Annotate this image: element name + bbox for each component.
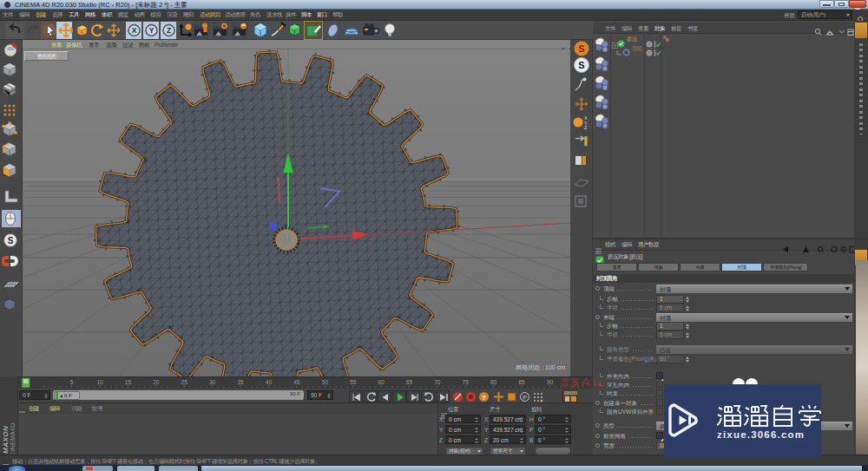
svg-text:75: 75 xyxy=(463,379,470,385)
svg-text:25: 25 xyxy=(181,379,188,385)
svg-text:80: 80 xyxy=(490,379,497,385)
svg-text:S: S xyxy=(578,60,584,70)
svg-text:60: 60 xyxy=(378,379,385,385)
svg-text:zixue.3066.com: zixue.3066.com xyxy=(717,429,805,440)
svg-text:网格间距 : 100 cm: 网格间距 : 100 cm xyxy=(516,364,565,371)
svg-text:?: ? xyxy=(482,394,486,402)
svg-text:70: 70 xyxy=(434,379,441,385)
svg-text:45: 45 xyxy=(293,379,300,385)
svg-text:P: P xyxy=(523,395,527,401)
svg-text:30: 30 xyxy=(209,379,216,385)
svg-text:S: S xyxy=(578,43,584,54)
svg-text:20: 20 xyxy=(153,379,160,385)
svg-text:S: S xyxy=(8,236,14,245)
svg-text:10: 10 xyxy=(96,379,103,385)
svg-text:35: 35 xyxy=(237,379,244,385)
svg-text:15: 15 xyxy=(125,379,132,385)
svg-text:50: 50 xyxy=(322,379,329,385)
svg-text:Z: Z xyxy=(584,125,588,130)
svg-text:65: 65 xyxy=(406,379,413,385)
svg-text:90: 90 xyxy=(547,379,554,385)
svg-text:55: 55 xyxy=(350,379,357,385)
svg-text:5: 5 xyxy=(70,379,74,385)
svg-text:40: 40 xyxy=(266,379,273,385)
svg-text:85: 85 xyxy=(518,379,525,385)
